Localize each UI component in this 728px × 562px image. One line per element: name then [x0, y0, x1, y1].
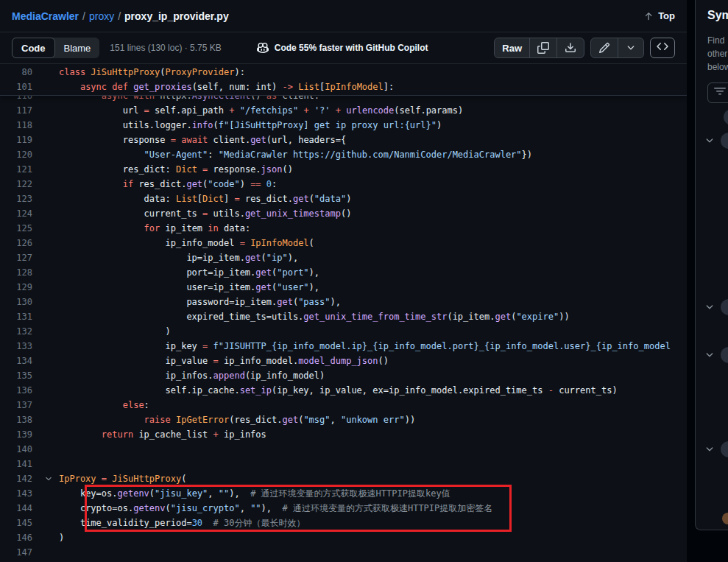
fold-spacer [38, 118, 59, 133]
line-number[interactable]: 140 [0, 442, 38, 457]
line-number[interactable]: 131 [0, 309, 38, 324]
code-line-136: 136 self.ip_cache.set_ip(ip_key, ip_valu… [0, 383, 687, 398]
breadcrumb-repo-link[interactable]: MediaCrawler [12, 10, 79, 22]
code-line-142: 142IpProxy = JiSuHttpProxy( [0, 471, 687, 486]
code-line-143: 143 key=os.getenv("jisu_key", ""), # 通过环… [0, 486, 687, 501]
breadcrumb: MediaCrawler / proxy / proxy_ip_provider… [12, 10, 229, 22]
fold-spacer [38, 192, 59, 206]
symbol-tree-item[interactable] [704, 441, 728, 457]
code-line-content: utils.logger.info(f"[JiSuHttpProxy] get … [59, 118, 442, 133]
download-icon [565, 42, 576, 54]
raw-copy-download-group: Raw [494, 38, 584, 58]
code-line-133: 133 ip_key = f"JISUHTTP_{ip_info_model.i… [0, 339, 687, 354]
fold-spacer [38, 398, 59, 412]
symbol-pill[interactable] [721, 133, 728, 149]
code-line-120: 120 "User-Agent": "MediaCrawler https://… [0, 147, 687, 162]
symbols-description-line: other [707, 47, 728, 60]
edit-button[interactable] [591, 38, 618, 57]
tab-blame[interactable]: Blame [55, 38, 100, 58]
chevron-down-icon[interactable] [704, 444, 715, 454]
symbols-panel-toggle-button[interactable] [650, 38, 675, 58]
line-number[interactable]: 146 [0, 530, 38, 545]
copy-icon [537, 42, 549, 54]
line-number[interactable]: 127 [0, 250, 38, 265]
symbol-tree-item[interactable] [704, 109, 728, 125]
symbols-sidebar: Symbols Find other below [695, 0, 728, 530]
raw-button[interactable]: Raw [495, 38, 529, 57]
line-number[interactable]: 101 [0, 80, 38, 94]
line-number[interactable]: 143 [0, 486, 38, 501]
line-number[interactable]: 137 [0, 398, 38, 412]
code-region: MediaCrawler / proxy / proxy_ip_provider… [0, 0, 687, 562]
line-number[interactable]: 129 [0, 280, 38, 295]
symbol-pill[interactable] [721, 347, 728, 363]
line-number[interactable]: 118 [0, 118, 38, 133]
code-line-content: ip_value = ip_info_model.model_dump_json… [59, 354, 389, 368]
fold-spacer [38, 530, 59, 545]
code-line-137: 137 else: [0, 398, 687, 412]
line-number[interactable]: 120 [0, 147, 38, 162]
chevron-down-icon [626, 43, 636, 53]
symbol-pill[interactable] [724, 109, 728, 125]
copilot-banner[interactable]: Code 55% faster with GitHub Copilot [257, 42, 428, 54]
line-number[interactable]: 138 [0, 412, 38, 427]
breadcrumb-folder-link[interactable]: proxy [89, 10, 114, 22]
code-line-content: ip_infos.append(ip_info_model) [59, 368, 325, 383]
line-number[interactable]: 145 [0, 516, 38, 530]
code-line-132: 132 ) [0, 324, 687, 339]
edit-dropdown-button[interactable] [618, 38, 643, 57]
line-number[interactable]: 134 [0, 354, 38, 368]
line-number[interactable]: 126 [0, 236, 38, 250]
line-number[interactable]: 142 [0, 471, 38, 486]
line-number[interactable]: 128 [0, 265, 38, 280]
line-number[interactable]: 130 [0, 295, 38, 309]
file-header: MediaCrawler / proxy / proxy_ip_provider… [0, 0, 687, 32]
tab-code[interactable]: Code [12, 38, 55, 58]
code-line-146: 146) [0, 530, 687, 545]
line-number[interactable]: 132 [0, 324, 38, 339]
fold-spacer [38, 177, 59, 192]
chevron-down-icon[interactable] [704, 136, 715, 146]
fold-chevron-down-icon[interactable] [38, 471, 59, 486]
line-number[interactable]: 117 [0, 103, 38, 118]
chevron-down-icon[interactable] [704, 302, 715, 312]
code-line-content: self.ip_cache.set_ip(ip_key, ip_value, e… [59, 383, 618, 398]
scroll-to-top-button[interactable]: Top [643, 10, 675, 21]
code-line-content: response = await client.get(url, headers… [59, 133, 346, 147]
symbol-pill[interactable] [721, 441, 728, 457]
edit-button-group [590, 38, 644, 58]
line-number[interactable]: 121 [0, 162, 38, 177]
code-line-content: password=ip_item.get("pass"), [59, 295, 341, 309]
copy-button[interactable] [529, 38, 556, 57]
symbol-tree-item[interactable] [704, 299, 728, 315]
symbol-tree-item[interactable] [704, 133, 728, 149]
code-line-128: 128 port=ip_item.get("port"), [0, 265, 687, 280]
line-number[interactable]: 144 [0, 501, 38, 516]
line-number[interactable]: 125 [0, 221, 38, 236]
line-number[interactable]: 136 [0, 383, 38, 398]
line-number[interactable]: 147 [0, 545, 38, 560]
line-number[interactable]: 122 [0, 177, 38, 192]
code-line-content: time_validity_period=30 # 30分钟（最长时效） [59, 516, 305, 530]
fold-spacer [38, 65, 59, 80]
fold-spacer [38, 324, 59, 339]
code-line-119: 119 response = await client.get(url, hea… [0, 133, 687, 147]
symbol-tree-item[interactable] [704, 347, 728, 363]
download-button[interactable] [556, 38, 584, 57]
line-number[interactable]: 124 [0, 206, 38, 221]
line-number[interactable]: 123 [0, 192, 38, 206]
line-number[interactable]: 133 [0, 339, 38, 354]
line-number[interactable]: 141 [0, 457, 38, 471]
sticky-scope-header: 80class JiSuHttpProxy(ProxyProvider):101… [0, 65, 687, 96]
chevron-down-icon[interactable] [704, 350, 715, 360]
symbol-pill[interactable] [721, 299, 728, 315]
code-line-124: 124 current_ts = utils.get_unix_timestam… [0, 206, 687, 221]
fold-spacer [38, 427, 59, 442]
fold-spacer [38, 280, 59, 295]
line-number[interactable]: 135 [0, 368, 38, 383]
line-number[interactable]: 80 [0, 65, 38, 80]
code-line-141: 141 [0, 457, 687, 471]
code-line-content: res_dict: Dict = response.json() [59, 162, 293, 177]
line-number[interactable]: 119 [0, 133, 38, 147]
line-number[interactable]: 139 [0, 427, 38, 442]
